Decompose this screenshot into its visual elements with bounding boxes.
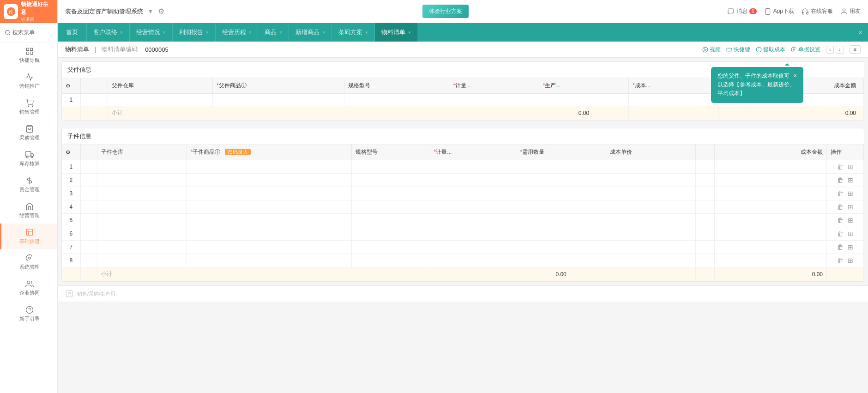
sidebar-item-purchase[interactable]: 采购管理 — [0, 120, 57, 146]
parent-th-gear: ⚙ — [62, 78, 80, 94]
video-action[interactable]: 视频 — [702, 46, 721, 54]
close-all-tabs-button[interactable]: × — [853, 29, 868, 36]
delete-icon[interactable]: 🗑 — [836, 203, 845, 211]
sidebar-item-sales[interactable]: 销售管理 — [0, 94, 57, 120]
child-row-ops-8: 🗑 ⊞ — [827, 254, 864, 267]
tab-profit[interactable]: 利润报告 × — [173, 23, 216, 42]
sidebar-item-guide[interactable]: 新手引导 — [0, 301, 57, 327]
child-row-num-6: 6 — [62, 227, 80, 241]
copy-icon[interactable]: ⊞ — [846, 163, 855, 170]
sidebar-item-system[interactable]: 系统管理 — [0, 249, 57, 275]
system-title: 装备及固定资产辅助管理系统 — [65, 7, 143, 16]
sidebar-item-inventory[interactable]: 库存核算 — [0, 146, 57, 172]
child-th-needed: *需用数量 — [516, 145, 606, 160]
child-subtotal-row: 小计 0.00 0.00 — [62, 267, 864, 281]
sidebar-item-finance[interactable]: 资金管理 — [0, 172, 57, 198]
hotkey-action[interactable]: 快捷键 — [726, 46, 750, 54]
svg-point-25 — [843, 9, 845, 11]
delete-icon[interactable]: 🗑 — [836, 257, 845, 264]
tab-customer[interactable]: 客户联络 × — [87, 23, 130, 42]
child-th-unit-cost: 成本单价 — [606, 145, 695, 160]
message-button[interactable]: 消息 6 — [727, 7, 757, 15]
child-th-warehouse: 子件仓库 — [97, 145, 187, 160]
gear-icon[interactable]: ⚙ — [158, 7, 164, 16]
close-icon[interactable]: × — [322, 30, 325, 35]
sidebar-item-marketing[interactable]: 营销推广 — [0, 68, 57, 94]
delete-icon[interactable]: 🗑 — [836, 163, 845, 170]
delete-icon[interactable]: 🗑 — [836, 190, 845, 197]
delete-icon[interactable]: 🗑 — [836, 176, 845, 184]
svg-rect-23 — [766, 8, 770, 14]
sidebar-item-basic[interactable]: 基础信息 — [0, 224, 57, 249]
sidebar-item-business[interactable]: 经营管理 — [0, 198, 57, 224]
tab-new-goods[interactable]: 新增商品 × — [289, 23, 332, 42]
child-row-num-5: 5 — [62, 214, 80, 227]
close-icon[interactable]: × — [120, 30, 123, 35]
child-row-ops-6: 🗑 ⊞ — [827, 227, 864, 241]
delete-icon[interactable]: 🗑 — [836, 217, 845, 224]
sidebar-item-collab[interactable]: 企业协同 — [0, 275, 57, 301]
svg-point-8 — [28, 106, 29, 107]
prev-button[interactable]: ‹ — [826, 46, 834, 54]
close-icon[interactable]: × — [163, 30, 166, 35]
close-icon[interactable]: × — [249, 30, 252, 35]
search-menu-button[interactable]: 搜索菜单 — [4, 27, 54, 38]
svg-point-20 — [27, 281, 30, 284]
app-download-button[interactable]: App下载 — [764, 7, 794, 15]
child-row-ops-7: 🗑 ⊞ — [827, 241, 864, 254]
tab-home[interactable]: 首页 — [58, 23, 87, 42]
copy-icon[interactable]: ⊞ — [846, 203, 855, 211]
cost-tooltip: × 您的父件、子件的成本取值可以选择【参考成本、最新进价、平均成本】 — [711, 67, 803, 103]
child-section: 子件信息 ⚙ 子件仓库 *子件商品ⓘ 扫码录入 规格型号 *计量... — [61, 128, 864, 282]
close-icon[interactable]: × — [365, 30, 368, 35]
sidebar-search[interactable]: 搜索菜单 — [0, 23, 57, 42]
parent-th-num — [80, 78, 108, 94]
svg-marker-12 — [31, 153, 33, 156]
copy-icon[interactable]: ⊞ — [846, 217, 855, 224]
svg-text:好: 好 — [8, 10, 12, 14]
user-menu[interactable]: 用友 — [840, 7, 861, 15]
delete-icon[interactable]: 🗑 — [836, 230, 845, 237]
svg-rect-16 — [26, 229, 33, 236]
child-row-num-4: 4 — [62, 200, 80, 214]
svg-marker-27 — [705, 48, 706, 50]
cost-action[interactable]: 提取成本 — [756, 46, 785, 54]
online-service-button[interactable]: 在线客服 — [802, 7, 833, 15]
copy-icon[interactable]: ⊞ — [846, 190, 855, 197]
tooltip-text: 您的父件、子件的成本取值可以选择【参考成本、最新进价、平均成本】 — [717, 73, 795, 97]
copy-icon[interactable]: ⊞ — [846, 176, 855, 184]
settings-action[interactable]: 单据设置 — [791, 46, 820, 54]
close-icon[interactable]: × — [206, 30, 209, 35]
child-row-ops-4: 🗑 ⊞ — [827, 200, 864, 214]
trial-button[interactable]: 体验行业方案 — [422, 5, 469, 18]
parent-subtotal-row: 小计 0.00 0.00 — [62, 106, 864, 120]
scan-badge[interactable]: 扫码录入 — [225, 149, 251, 155]
child-table: ⚙ 子件仓库 *子件商品ⓘ 扫码录入 规格型号 *计量... *需用数量 成本单… — [62, 145, 864, 281]
copy-icon[interactable]: ⊞ — [846, 230, 855, 237]
dropdown-arrow-icon[interactable]: ▼ — [148, 8, 153, 15]
close-icon[interactable]: × — [279, 30, 282, 35]
svg-rect-6 — [26, 52, 29, 54]
next-button[interactable]: › — [836, 46, 844, 54]
child-row-ops-2: 🗑 ⊞ — [827, 174, 864, 187]
copy-icon[interactable]: ⊞ — [846, 243, 855, 251]
child-th-sort — [497, 145, 516, 160]
sidebar-logo: 好 畅捷通好生意 标准版 — [0, 0, 57, 23]
list-view-button[interactable]: ≡ — [850, 45, 861, 54]
delete-icon[interactable]: 🗑 — [836, 243, 845, 251]
sidebar-item-nav[interactable]: 快捷导航 — [0, 42, 57, 68]
child-th-num — [80, 145, 97, 160]
close-icon[interactable]: × — [408, 30, 411, 35]
tab-goods[interactable]: 商品 × — [258, 23, 289, 42]
tab-operation[interactable]: 经营情况 × — [130, 23, 173, 42]
tab-bom[interactable]: 物料清单 × — [375, 23, 418, 42]
tab-barcode[interactable]: 条码方案 × — [332, 23, 375, 42]
copy-icon[interactable]: ⊞ — [846, 257, 855, 264]
child-row-num-7: 7 — [62, 241, 80, 254]
tab-history[interactable]: 经营历程 × — [216, 23, 259, 42]
child-row-7: 7 🗑 ⊞ — [62, 241, 864, 254]
sidebar: 好 畅捷通好生意 标准版 搜索菜单 快捷导航 营销推广 销售管理 采购管理 — [0, 0, 58, 393]
tooltip-close-button[interactable]: × — [794, 72, 797, 80]
child-row-ops-5: 🗑 ⊞ — [827, 214, 864, 227]
child-row-1: 1 🗑 ⊞ — [62, 160, 864, 174]
